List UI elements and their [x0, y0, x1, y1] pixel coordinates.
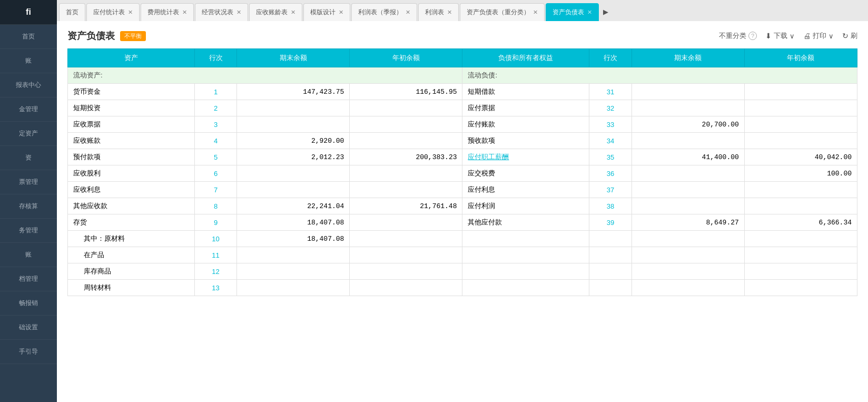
print-chevron-icon: ∨ [828, 32, 834, 40]
sidebar-item-tax[interactable]: 务管理 [0, 219, 57, 243]
tab-home[interactable]: 首页 [59, 3, 85, 21]
right-row-num [589, 280, 632, 296]
left-ending: 2,012.23 [237, 149, 350, 165]
page-header: 资产负债表 不平衡 不重分类 ? ⬇ 下载 ∨ 🖨 打印 ∨ [67, 30, 857, 42]
close-icon[interactable]: ✕ [587, 9, 592, 16]
close-icon[interactable]: ✕ [236, 9, 241, 16]
tab-balance-reclassify[interactable]: 资产负债表（重分类） ✕ [460, 3, 545, 21]
sidebar-item-archive[interactable]: 档管理 [0, 267, 57, 291]
left-begin: 116,145.95 [350, 84, 462, 100]
sidebar-item-ledger[interactable]: 账 [0, 243, 57, 267]
tab-label: 利润表（季报） [358, 8, 402, 17]
right-label[interactable]: 应付职工薪酬 [462, 149, 589, 165]
sidebar-item-invoice[interactable]: 票管理 [0, 170, 57, 194]
right-ending [632, 231, 744, 247]
sidebar-item-expense[interactable]: 畅报销 [0, 291, 57, 316]
tab-balance[interactable]: 资产负债表 ✕ [546, 3, 599, 21]
right-row-num [589, 247, 632, 263]
left-begin: 21,761.48 [350, 198, 462, 214]
tab-profit-quarterly[interactable]: 利润表（季报） ✕ [351, 3, 417, 21]
left-label: 应收利息 [68, 182, 195, 198]
tab-scroll-right[interactable]: ▶ [600, 3, 611, 21]
close-icon[interactable]: ✕ [406, 9, 410, 16]
refresh-button[interactable]: ↻ 刷 [842, 31, 857, 41]
table-row: 其他应收款 8 22,241.04 21,761.48 应付利润 38 [68, 198, 857, 214]
tab-template-design[interactable]: 模版设计 ✕ [303, 3, 350, 21]
sidebar-item-assets[interactable]: 定资产 [0, 122, 57, 146]
right-ending: 41,400.00 [632, 149, 744, 165]
sidebar-item-report[interactable]: 报表中心 [0, 73, 57, 97]
tab-label: 费用统计表 [147, 8, 179, 17]
left-label: 在产品 [68, 247, 195, 263]
right-begin: 6,366.34 [744, 214, 857, 231]
right-row-num: 36 [589, 165, 632, 182]
sidebar-logo: fi [0, 0, 57, 25]
left-row-num: 5 [194, 149, 236, 165]
tab-operating[interactable]: 经营状况表 ✕ [195, 3, 248, 21]
right-ending: 20,700.00 [632, 116, 744, 133]
left-begin [350, 182, 462, 198]
sidebar-item-home[interactable]: 首页 [0, 25, 57, 49]
left-row-num: 7 [194, 182, 236, 198]
right-ending [632, 247, 744, 263]
tab-label: 利润表 [425, 8, 444, 17]
table-row: 应收票据 3 应付账款 33 20,700.00 [68, 116, 857, 133]
right-row-num: 31 [589, 84, 632, 100]
right-begin [744, 133, 857, 149]
close-icon[interactable]: ✕ [182, 9, 187, 16]
sidebar-item-account[interactable]: 账 [0, 49, 57, 73]
left-row-num: 9 [194, 214, 236, 231]
header-row-num-left: 行次 [194, 49, 236, 67]
close-icon[interactable]: ✕ [447, 9, 452, 16]
tab-receivable-aging[interactable]: 应收账龄表 ✕ [249, 3, 302, 21]
help-icon[interactable]: ? [748, 32, 757, 40]
header-ending-right: 期末余额 [632, 49, 744, 67]
left-begin [350, 165, 462, 182]
right-ending [632, 280, 744, 296]
right-label: 应付利息 [462, 182, 589, 198]
right-begin [744, 247, 857, 263]
right-ending [632, 133, 744, 149]
left-label: 货币资金 [68, 84, 195, 100]
close-icon[interactable]: ✕ [128, 9, 133, 16]
left-begin [350, 280, 462, 296]
sidebar-item-inventory[interactable]: 存核算 [0, 194, 57, 219]
left-label: 应收股利 [68, 165, 195, 182]
left-begin: 200,383.23 [350, 149, 462, 165]
left-label: 存货 [68, 214, 195, 231]
right-row-num: 33 [589, 116, 632, 133]
tab-profit[interactable]: 利润表 ✕ [418, 3, 459, 21]
table-row: 货币资金 1 147,423.75 116,145.95 短期借款 31 [68, 84, 857, 100]
close-icon[interactable]: ✕ [291, 9, 295, 16]
tab-expense-stats[interactable]: 费用统计表 ✕ [141, 3, 194, 21]
right-begin [744, 182, 857, 198]
left-row-num: 1 [194, 84, 236, 100]
left-ending: 22,241.04 [237, 198, 350, 214]
no-reclassify-button[interactable]: 不重分类 ? [719, 31, 757, 41]
tab-payable-stats[interactable]: 应付统计表 ✕ [86, 3, 140, 21]
left-row-num: 3 [194, 116, 236, 133]
sidebar-item-guide[interactable]: 手引导 [0, 340, 57, 364]
sidebar-item-finance[interactable]: 金管理 [0, 97, 57, 122]
left-ending [237, 280, 350, 296]
close-icon[interactable]: ✕ [339, 9, 343, 16]
right-ending: 8,649.27 [632, 214, 744, 231]
main-area: 首页 应付统计表 ✕ 费用统计表 ✕ 经营状况表 ✕ 应收账龄表 ✕ 模版设计 … [57, 0, 868, 402]
right-label: 预收款项 [462, 133, 589, 149]
right-ending [632, 100, 744, 116]
sidebar-item-settings[interactable]: 础设置 [0, 316, 57, 340]
right-label: 短期借款 [462, 84, 589, 100]
right-row-num: 39 [589, 214, 632, 231]
refresh-icon: ↻ [842, 32, 849, 40]
print-button[interactable]: 🖨 打印 ∨ [803, 31, 834, 41]
table-row: 应收账款 4 2,920.00 预收款项 34 [68, 133, 857, 149]
header-ending-left: 期末余额 [237, 49, 350, 67]
left-ending [237, 100, 350, 116]
right-row-num: 34 [589, 133, 632, 149]
left-row-num: 4 [194, 133, 236, 149]
download-button[interactable]: ⬇ 下载 ∨ [765, 31, 795, 41]
close-icon[interactable]: ✕ [533, 9, 538, 16]
sidebar-item-capital[interactable]: 资 [0, 146, 57, 170]
table-row: 周转材料 13 [68, 280, 857, 296]
section-header-row: 流动资产: 流动负债: [68, 67, 857, 84]
